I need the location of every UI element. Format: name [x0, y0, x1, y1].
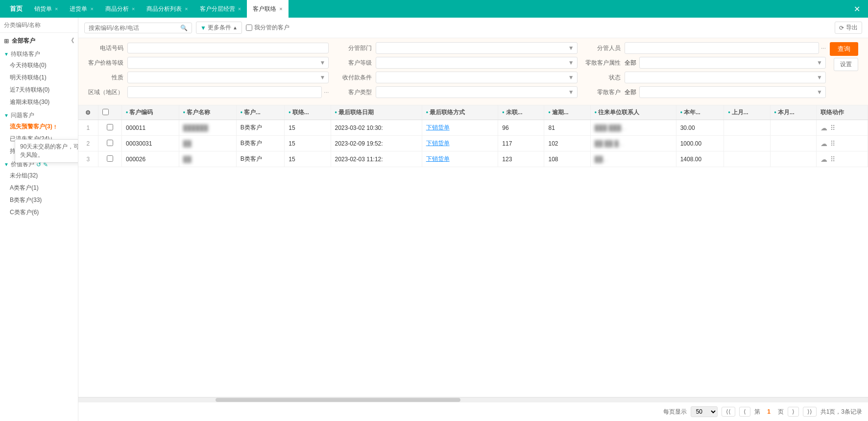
close-all-button[interactable]: ✕ — [850, 4, 864, 14]
sidebar-item-ungrouped[interactable]: 未分组(32) — [0, 170, 78, 182]
cell-checkbox[interactable] — [98, 136, 122, 151]
prev-page-button[interactable]: ⟨ — [739, 407, 750, 417]
cell-type: B类客户 — [236, 136, 285, 151]
cell-action: ☁ ⠿ — [816, 120, 868, 136]
filter-cell-region: 区域（地区） ··· — [84, 86, 333, 98]
page-suffix: 页 — [778, 408, 784, 416]
nav-tab-home[interactable]: 首页 — [4, 0, 28, 18]
filter-dots-region[interactable]: ··· — [324, 89, 329, 96]
filter-select-customer-type[interactable]: ▼ — [376, 86, 577, 98]
per-page-select[interactable]: 50 100 200 — [691, 406, 718, 417]
sidebar-item-today[interactable]: 今天待联络(0) — [0, 59, 78, 72]
row-checkbox[interactable] — [107, 155, 113, 162]
filter-input-phone[interactable] — [127, 43, 329, 53]
sidebar-group-pending[interactable]: ▼ 待联络客户 — [0, 47, 78, 59]
filter-select-dept[interactable]: ▼ — [376, 42, 577, 54]
export-button[interactable]: ⟳ 导出 — [835, 22, 862, 34]
caret-icon: ▼ — [319, 59, 325, 66]
first-page-button[interactable]: ⟨⟨ — [722, 407, 735, 417]
close-icon[interactable]: × — [55, 6, 58, 12]
filter-select-payment[interactable]: ▼ — [376, 72, 577, 83]
filter-cell-customer-type: 客户类型 ▼ — [333, 86, 581, 98]
my-customers-checkbox-label[interactable]: 我分管的客户 — [246, 24, 289, 32]
scrollbar-thumb[interactable] — [216, 398, 460, 402]
th-unit-contacts: 往来单位联系人 — [590, 105, 676, 120]
filter-label-scatter-attr: 零散客户属性 — [585, 59, 621, 67]
filter-cell-nature: 性质 ▼ — [84, 72, 333, 83]
filter-cell-manager: 分管人员 ··· — [581, 42, 830, 54]
sidebar-group-problem[interactable]: ▼ 问题客户 — [0, 108, 78, 121]
scatter-value: 全部 — [625, 88, 636, 97]
cell-checkbox[interactable] — [98, 151, 122, 167]
sidebar-item-class-a[interactable]: A类客户(1) — [0, 182, 78, 194]
horizontal-scrollbar[interactable] — [78, 397, 868, 402]
sidebar-item-class-c[interactable]: C类客户(6) — [0, 206, 78, 219]
close-icon[interactable]: × — [185, 6, 188, 12]
action-grid-icon[interactable]: ⠿ — [830, 140, 835, 148]
sidebar-item-overdue[interactable]: 逾期未联络(30) — [0, 96, 78, 108]
th-checkbox[interactable] — [98, 105, 122, 120]
cell-this-year: 1000.00 — [676, 136, 724, 151]
contact-method-link[interactable]: 下销货单 — [426, 124, 450, 131]
sidebar-item-churn-warning[interactable]: 流失预警客户(3) ! — [0, 121, 78, 133]
row-checkbox[interactable] — [107, 140, 113, 146]
nav-tab-analysis[interactable]: 商品分析 × — [99, 0, 141, 18]
nav-tab-customer-tier[interactable]: 客户分层经营 × — [194, 0, 247, 18]
my-customers-checkbox[interactable] — [246, 25, 252, 31]
contact-method-link[interactable]: 下销货单 — [426, 155, 450, 162]
sidebar-item-tomorrow[interactable]: 明天待联络(1) — [0, 72, 78, 84]
action-chat-icon[interactable]: ☁ — [820, 140, 827, 148]
action-chat-icon[interactable]: ☁ — [820, 124, 827, 132]
sidebar-item-7days[interactable]: 近7天待联络(0) — [0, 84, 78, 96]
more-conditions-button[interactable]: ▼ 更多条件 ▲ — [196, 22, 242, 34]
last-page-button[interactable]: ⟩⟩ — [803, 407, 817, 417]
close-icon[interactable]: × — [238, 6, 241, 12]
sidebar-item-class-b[interactable]: B类客户(33) — [0, 194, 78, 206]
cell-last-contact-method[interactable]: 下销货单 — [422, 151, 498, 167]
cell-last-contact-method[interactable]: 下销货单 — [422, 120, 498, 136]
nav-tab-purchase[interactable]: 进货单 × — [64, 0, 99, 18]
nav-tab-sales[interactable]: 销货单 × — [28, 0, 64, 18]
query-button[interactable]: 查询 — [830, 42, 858, 56]
th-settings[interactable]: ⚙ — [78, 105, 98, 120]
cell-index: 1 — [78, 120, 98, 136]
filter-select-nature[interactable]: ▼ — [127, 72, 329, 83]
filter-select-scatter-attr[interactable]: ▼ — [639, 57, 826, 69]
filter-select-customer-tier[interactable]: ▼ — [376, 57, 577, 69]
nav-tab-analysis-list[interactable]: 商品分析列表 × — [141, 0, 193, 18]
cell-checkbox[interactable] — [98, 120, 122, 136]
filter-label-phone: 电话号码 — [88, 44, 123, 52]
filter-select-region[interactable] — [127, 86, 322, 98]
content-area: 🔍 ▼ 更多条件 ▲ 我分管的客户 ⟳ 导出 — [78, 18, 868, 421]
action-grid-icon[interactable]: ⠿ — [830, 155, 835, 163]
nav-tab-customer-contact[interactable]: 客户联络 × — [247, 0, 288, 18]
filter-cell-status: 状态 ▼ — [581, 72, 830, 83]
close-icon[interactable]: × — [90, 6, 93, 12]
row-checkbox[interactable] — [107, 124, 113, 130]
select-all-checkbox[interactable] — [102, 109, 109, 115]
sidebar-search-input[interactable] — [4, 22, 77, 28]
filter-label-customer-type: 客户类型 — [337, 88, 372, 97]
collapse-icon[interactable]: 《 — [68, 37, 74, 45]
main-search-input[interactable] — [89, 25, 180, 31]
close-icon[interactable]: × — [132, 6, 135, 12]
close-icon[interactable]: × — [279, 6, 282, 12]
filter-dots-manager[interactable]: ··· — [821, 45, 826, 51]
next-page-button[interactable]: ⟩ — [788, 407, 799, 417]
filter-panel: 电话号码 分管部门 ▼ 分管人员 — [78, 38, 868, 105]
toolbar: 🔍 ▼ 更多条件 ▲ 我分管的客户 ⟳ 导出 — [78, 18, 868, 38]
filter-select-scatter[interactable]: ▼ — [639, 86, 826, 98]
cell-last-contact-method[interactable]: 下销货单 — [422, 136, 498, 151]
tooltip-problem-customers: 90天未交易的客户，可能有流失风险。 — [15, 139, 78, 163]
th-contacts: 联络... — [285, 105, 331, 120]
search-box: 🔍 — [84, 23, 192, 33]
action-grid-icon[interactable]: ⠿ — [830, 124, 835, 132]
contact-method-link[interactable]: 下销货单 — [426, 140, 450, 147]
filter-select-manager[interactable] — [625, 42, 819, 54]
filter-select-price-tier[interactable]: ▼ — [127, 57, 329, 69]
sidebar-all-customers[interactable]: ⊞ 全部客户 《 — [0, 33, 78, 47]
main-search-icon[interactable]: 🔍 — [180, 25, 188, 31]
filter-select-status[interactable]: ▼ — [625, 72, 826, 83]
action-chat-icon[interactable]: ☁ — [820, 155, 827, 163]
settings-button[interactable]: 设置 — [834, 58, 858, 71]
